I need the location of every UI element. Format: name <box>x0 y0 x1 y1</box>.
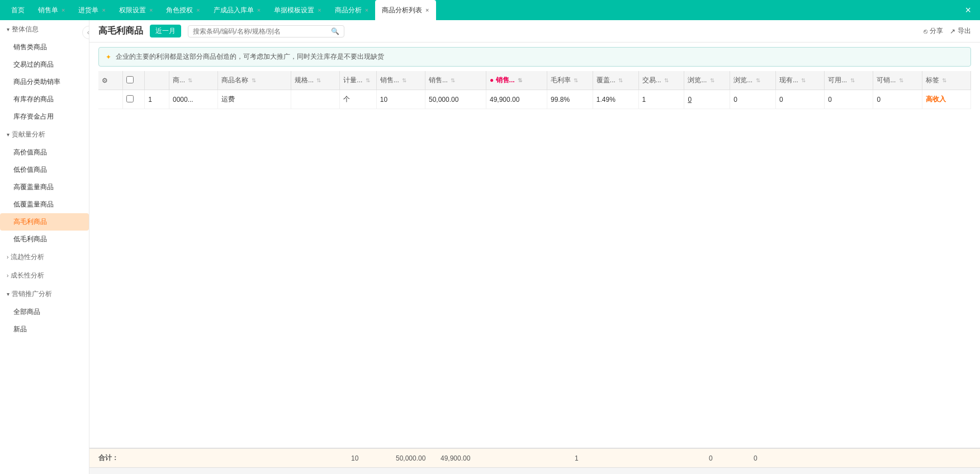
col-browse1[interactable]: 浏览... ⇅ <box>684 71 730 90</box>
sidebar-item-all-goods[interactable]: 全部商品 <box>0 303 89 321</box>
col-name[interactable]: 商品名称 ⇅ <box>218 71 291 90</box>
col-current-stock[interactable]: 现有... ⇅ <box>775 71 824 90</box>
sidebar-item-low-value[interactable]: 低价值商品 <box>0 161 89 179</box>
search-input[interactable] <box>193 27 331 35</box>
nav-product-analysis[interactable]: 商品分析 × <box>328 0 375 20</box>
footer-sales-amount: 50,000.00 <box>392 454 437 462</box>
col-settings[interactable]: ⚙ <box>98 71 123 90</box>
close-tab-template[interactable]: × <box>318 7 321 13</box>
nav-sales-order[interactable]: 销售单 × <box>31 0 72 20</box>
col-checkbox[interactable] <box>123 71 145 90</box>
sidebar-item-high-coverage[interactable]: 高覆盖量商品 <box>0 179 89 196</box>
col-unit[interactable]: 计量... ⇅ <box>340 71 376 90</box>
cell-unit: 个 <box>340 90 376 109</box>
close-all-tabs-button[interactable]: × <box>960 4 976 16</box>
arrow-icon-growth: › <box>7 273 8 279</box>
export-button[interactable]: ↗ 导出 <box>950 26 971 36</box>
footer-sales-qty: 10 <box>348 454 392 462</box>
select-all-checkbox[interactable] <box>126 76 134 83</box>
col-spec[interactable]: 规格... ⇅ <box>291 71 340 90</box>
share-icon: ⎋ <box>924 27 927 35</box>
col-available[interactable]: 可用... ⇅ <box>825 71 873 90</box>
col-browse2[interactable]: 浏览... ⇅ <box>730 71 776 90</box>
nav-home[interactable]: 首页 <box>4 0 31 20</box>
cell-current-stock: 0 <box>775 90 824 109</box>
sidebar-group-contribution[interactable]: ▾ 贡献量分析 <box>0 125 89 144</box>
cell-sales-qty: 10 <box>376 90 425 109</box>
footer-coverage <box>527 454 571 462</box>
cell-spec <box>291 90 340 109</box>
sidebar-item-high-margin[interactable]: 高毛利商品 <box>0 213 89 231</box>
col-sales-amount[interactable]: 销售... ⇅ <box>425 71 486 90</box>
cell-code: 0000... <box>169 90 217 109</box>
cell-tag: 高收入 <box>922 90 970 109</box>
data-table-wrapper[interactable]: ⚙ 商... ⇅ 商品名称 ⇅ 规格... ⇅ 计量... ⇅ 销售... ⇅ … <box>89 71 980 448</box>
col-tag[interactable]: 标签 ⇅ <box>922 71 970 90</box>
col-code[interactable]: 商... ⇅ <box>169 71 217 90</box>
footer-cells: 10 50,000.00 49,900.00 1 0 0 <box>130 454 971 462</box>
nav-template[interactable]: 单据模板设置 × <box>267 0 328 20</box>
time-filter-button[interactable]: 近一月 <box>150 25 181 37</box>
data-table: ⚙ 商... ⇅ 商品名称 ⇅ 规格... ⇅ 计量... ⇅ 销售... ⇅ … <box>98 71 971 109</box>
cell-checkbox[interactable] <box>123 90 145 109</box>
close-tab-sales[interactable]: × <box>61 7 65 13</box>
header-actions: ⎋ 分享 ↗ 导出 <box>924 26 971 36</box>
col-saleable[interactable]: 可销... ⇅ <box>873 71 922 90</box>
search-box[interactable]: 🔍 <box>188 25 344 37</box>
sidebar-item-low-coverage[interactable]: 低覆盖量商品 <box>0 196 89 213</box>
col-sales-profit[interactable]: ● 销售... ⇅ <box>486 71 547 90</box>
search-icon[interactable]: 🔍 <box>331 27 339 35</box>
col-index <box>145 71 169 90</box>
sidebar-item-low-margin[interactable]: 低毛利商品 <box>0 231 89 248</box>
sidebar-item-traded-goods[interactable]: 交易过的商品 <box>0 56 89 73</box>
nav-permission[interactable]: 权限设置 × <box>112 0 159 20</box>
close-tab-product-analysis[interactable]: × <box>365 7 368 13</box>
col-sales-qty[interactable]: 销售... ⇅ <box>376 71 425 90</box>
close-tab-permission[interactable]: × <box>149 7 153 13</box>
arrow-icon-overall: ▾ <box>7 26 10 32</box>
arrow-icon-marketing: ▾ <box>7 291 10 297</box>
cell-name: 运费 <box>218 90 291 109</box>
horizontal-scrollbar[interactable] <box>89 467 980 474</box>
content-area: 高毛利商品 近一月 🔍 ⎋ 分享 ↗ 导出 ✦ 企业的主要的利润都是这部分商品创… <box>89 20 980 474</box>
sidebar-item-sales-goods[interactable]: 销售类商品 <box>0 39 89 56</box>
export-icon: ↗ <box>950 27 955 35</box>
share-button[interactable]: ⎋ 分享 <box>924 26 943 36</box>
content-header: 高毛利商品 近一月 🔍 ⎋ 分享 ↗ 导出 <box>89 20 980 43</box>
sidebar: « ▾ 整体信息 销售类商品 交易过的商品 商品分类助销率 有库存的商品 库存资… <box>0 20 89 474</box>
main-wrapper: « ▾ 整体信息 销售类商品 交易过的商品 商品分类助销率 有库存的商品 库存资… <box>0 20 980 474</box>
top-navigation: 首页 销售单 × 进货单 × 权限设置 × 角色授权 × 产成品入库单 × 单据… <box>0 0 980 20</box>
sidebar-item-category-rate[interactable]: 商品分类助销率 <box>0 73 89 91</box>
info-banner: ✦ 企业的主要的利润都是这部分商品创造的，可考虑加大推广，同时关注库存是不要出现… <box>98 47 971 67</box>
cell-browse2: 0 <box>730 90 776 109</box>
gear-icon: ⚙ <box>102 77 108 85</box>
close-tab-purchase[interactable]: × <box>102 7 105 13</box>
row-checkbox[interactable] <box>126 95 134 102</box>
close-tab-product-warehouse[interactable]: × <box>257 7 261 13</box>
sidebar-group-overall[interactable]: ▾ 整体信息 <box>0 20 89 39</box>
sidebar-group-trend[interactable]: › 流趋性分析 <box>0 248 89 266</box>
table-row: 1 0000... 运费 个 10 50,000.00 49,900.00 99… <box>98 90 971 109</box>
cell-browse1[interactable]: 0 <box>684 90 730 109</box>
arrow-icon-trend: › <box>7 254 8 260</box>
col-gross-margin[interactable]: 毛利率 ⇅ <box>547 71 593 90</box>
sidebar-item-stock-capital[interactable]: 库存资金占用 <box>0 108 89 125</box>
cell-sales-amount: 50,000.00 <box>425 90 486 109</box>
sidebar-group-growth[interactable]: › 成长性分析 <box>0 266 89 285</box>
col-coverage[interactable]: 覆盖... ⇅ <box>593 71 638 90</box>
cell-sales-profit: 49,900.00 <box>486 90 547 109</box>
sidebar-item-new-goods[interactable]: 新品 <box>0 321 89 338</box>
sidebar-item-stock-goods[interactable]: 有库存的商品 <box>0 91 89 108</box>
nav-product-warehouse[interactable]: 产成品入库单 × <box>207 0 267 20</box>
nav-role[interactable]: 角色授权 × <box>159 0 206 20</box>
close-tab-product-analysis-list[interactable]: × <box>425 7 429 13</box>
nav-purchase-order[interactable]: 进货单 × <box>72 0 112 20</box>
nav-product-analysis-list[interactable]: 商品分析列表 × <box>375 0 435 20</box>
close-tab-role[interactable]: × <box>196 7 200 13</box>
cell-gross-margin: 99.8% <box>547 90 593 109</box>
cell-settings <box>98 90 123 109</box>
cell-saleable: 0 <box>873 90 922 109</box>
sidebar-item-high-value[interactable]: 高价值商品 <box>0 144 89 161</box>
sidebar-group-marketing[interactable]: ▾ 营销推广分析 <box>0 285 89 303</box>
col-transaction[interactable]: 交易... ⇅ <box>638 71 684 90</box>
